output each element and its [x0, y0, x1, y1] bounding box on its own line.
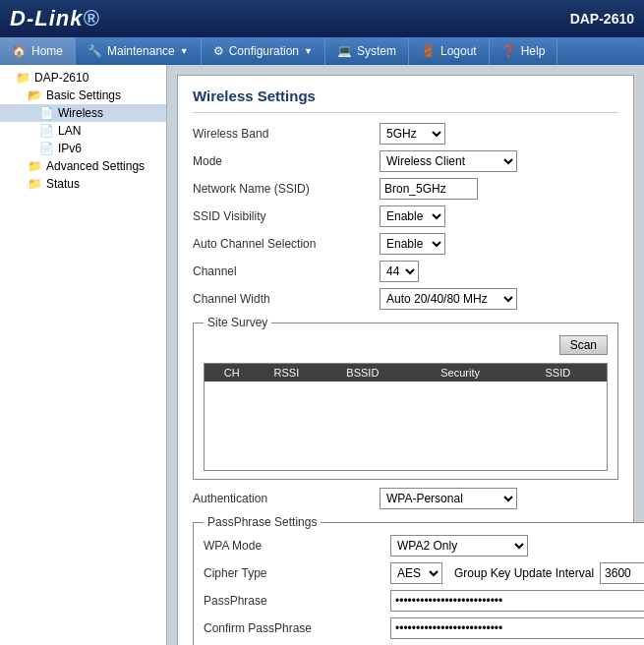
wireless-band-select[interactable]: 5GHz 2.4GHz	[380, 123, 445, 145]
wpa-mode-row: WPA Mode WPA2 Only Auto (WPA or WPA2)	[204, 535, 644, 557]
folder-open-icon: 📂	[28, 88, 42, 102]
mode-label: Mode	[193, 154, 380, 168]
group-key-label: Group Key Update Interval	[454, 566, 594, 580]
dropdown-arrow-icon2: ▼	[304, 46, 313, 56]
site-survey-fieldset: Site Survey Scan CH RSSI BSSID Security …	[193, 316, 618, 480]
logout-icon: 🚪	[421, 44, 436, 58]
channel-label: Channel	[193, 264, 380, 278]
passphrase-fieldset: PassPhrase Settings WPA Mode WPA2 Only A…	[193, 515, 644, 645]
site-survey-legend: Site Survey	[204, 316, 271, 329]
channel-control: 44 36 40	[380, 261, 419, 282]
channel-select[interactable]: 44 36 40	[380, 261, 419, 282]
col-ch: CH	[205, 364, 260, 381]
auto-channel-label: Auto Channel Selection	[193, 237, 380, 251]
model-label: DAP-2610	[570, 11, 634, 27]
mode-control: Wireless Client AP	[380, 150, 517, 172]
auto-channel-select[interactable]: Enable Disable	[380, 233, 445, 255]
cipher-type-label: Cipher Type	[204, 566, 390, 580]
col-ssid: SSID	[509, 364, 607, 381]
auto-channel-row: Auto Channel Selection Enable Disable	[193, 233, 618, 255]
scan-button[interactable]: Scan	[559, 335, 608, 355]
group-key-input[interactable]	[600, 562, 644, 584]
sidebar-item-advanced-settings[interactable]: 📁 Advanced Settings	[0, 157, 166, 175]
navbar: 🏠 Home 🔧 Maintenance ▼ ⚙ Configuration ▼…	[0, 37, 644, 65]
sidebar: 📁 DAP-2610 📂 Basic Settings 📄 Wireless 📄…	[0, 65, 167, 645]
sidebar-item-wireless[interactable]: 📄 Wireless	[0, 104, 166, 122]
nav-system[interactable]: 💻 System	[325, 37, 409, 65]
nav-help[interactable]: ❓ Help	[490, 37, 558, 65]
ssid-input[interactable]	[380, 178, 478, 200]
nav-logout[interactable]: 🚪 Logout	[409, 37, 490, 65]
confirm-passphrase-label: Confirm PassPhrase	[204, 621, 390, 635]
authentication-control: WPA-Personal WPA-Enterprise	[380, 488, 517, 509]
wpa-mode-control: WPA2 Only Auto (WPA or WPA2)	[390, 535, 528, 557]
passphrase-legend: PassPhrase Settings	[204, 515, 321, 529]
passphrase-row: PassPhrase	[204, 590, 644, 612]
authentication-select[interactable]: WPA-Personal WPA-Enterprise	[380, 488, 517, 509]
col-rssi: RSSI	[260, 364, 315, 381]
authentication-label: Authentication	[193, 492, 380, 505]
confirm-passphrase-control	[390, 617, 644, 639]
cipher-type-select[interactable]: AES TKIP	[390, 562, 442, 584]
ssid-visibility-control: Enable Disable	[380, 205, 445, 227]
col-security: Security	[412, 364, 509, 381]
sidebar-item-dap[interactable]: 📁 DAP-2610	[0, 69, 166, 87]
folder-icon: 📁	[16, 71, 30, 85]
home-icon: 🏠	[12, 44, 27, 58]
logo-dot: ®	[83, 6, 99, 30]
ssid-visibility-row: SSID Visibility Enable Disable	[193, 205, 618, 227]
col-bssid: BSSID	[314, 364, 411, 381]
main-content: Wireless Settings Wireless Band 5GHz 2.4…	[167, 65, 644, 645]
wireless-band-label: Wireless Band	[193, 127, 380, 141]
ssid-row: Network Name (SSID)	[193, 178, 618, 200]
wpa-mode-select[interactable]: WPA2 Only Auto (WPA or WPA2)	[390, 535, 528, 557]
ssid-visibility-select[interactable]: Enable Disable	[380, 205, 445, 227]
header: D-Link® DAP-2610	[0, 0, 644, 37]
sidebar-item-status[interactable]: 📁 Status	[0, 175, 166, 193]
maintenance-icon: 🔧	[88, 44, 102, 58]
nav-maintenance[interactable]: 🔧 Maintenance ▼	[76, 37, 202, 65]
passphrase-input[interactable]	[390, 590, 644, 612]
passphrase-control	[390, 590, 644, 612]
site-survey-table: CH RSSI BSSID Security SSID	[204, 363, 608, 471]
system-icon: 💻	[337, 44, 352, 58]
wireless-band-control: 5GHz 2.4GHz	[380, 123, 445, 145]
survey-header: CH RSSI BSSID Security SSID	[205, 364, 607, 381]
content-panel: Wireless Settings Wireless Band 5GHz 2.4…	[177, 75, 634, 645]
page-icon-ipv6: 📄	[39, 142, 54, 155]
help-icon: ❓	[501, 44, 516, 58]
confirm-passphrase-row: Confirm PassPhrase	[204, 617, 644, 639]
ssid-label: Network Name (SSID)	[193, 182, 380, 196]
nav-configuration[interactable]: ⚙ Configuration ▼	[202, 37, 325, 65]
dropdown-arrow-icon: ▼	[180, 46, 189, 56]
wpa-mode-label: WPA Mode	[204, 539, 390, 553]
folder-icon-advanced: 📁	[28, 159, 42, 173]
wireless-band-row: Wireless Band 5GHz 2.4GHz	[193, 123, 618, 145]
authentication-row: Authentication WPA-Personal WPA-Enterpri…	[193, 488, 618, 509]
auto-channel-control: Enable Disable	[380, 233, 445, 255]
mode-select[interactable]: Wireless Client AP	[380, 150, 517, 172]
logo: D-Link®	[10, 6, 100, 31]
channel-row: Channel 44 36 40	[193, 261, 618, 282]
ssid-control	[380, 178, 478, 200]
channel-width-row: Channel Width Auto 20/40/80 MHz 20 MHz	[193, 288, 618, 310]
cipher-type-row: Cipher Type AES TKIP Group Key Update In…	[204, 562, 644, 584]
page-title: Wireless Settings	[193, 88, 618, 113]
sidebar-item-ipv6[interactable]: 📄 IPv6	[0, 140, 166, 157]
mode-row: Mode Wireless Client AP	[193, 150, 618, 172]
channel-width-label: Channel Width	[193, 292, 380, 306]
page-icon-lan: 📄	[39, 124, 54, 138]
config-icon: ⚙	[213, 44, 224, 58]
nav-home[interactable]: 🏠 Home	[0, 37, 76, 65]
sidebar-item-basic-settings[interactable]: 📂 Basic Settings	[0, 87, 166, 104]
page-icon-wireless: 📄	[39, 106, 54, 120]
confirm-passphrase-input[interactable]	[390, 617, 644, 639]
ssid-visibility-label: SSID Visibility	[193, 209, 380, 223]
sidebar-item-lan[interactable]: 📄 LAN	[0, 122, 166, 140]
passphrase-label: PassPhrase	[204, 594, 390, 608]
survey-body	[205, 381, 607, 470]
channel-width-select[interactable]: Auto 20/40/80 MHz 20 MHz	[380, 288, 517, 310]
folder-icon-status: 📁	[28, 177, 42, 191]
cipher-type-control: AES TKIP Group Key Update Interval (Sec)	[390, 562, 644, 584]
layout: 📁 DAP-2610 📂 Basic Settings 📄 Wireless 📄…	[0, 65, 644, 645]
